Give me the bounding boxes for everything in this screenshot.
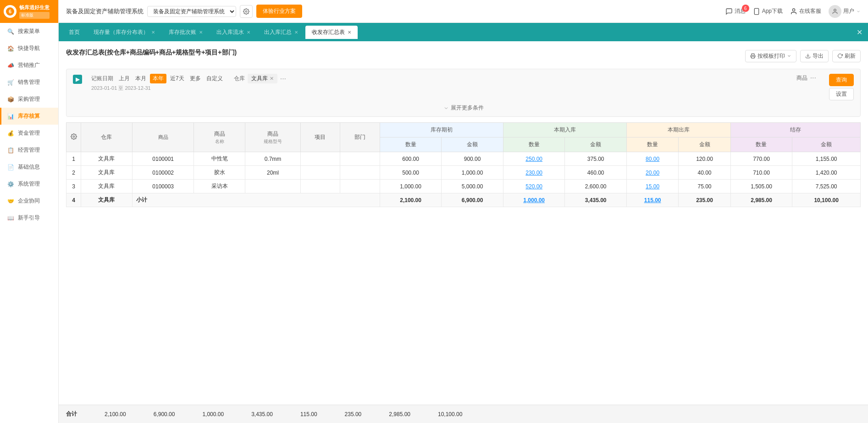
date-btn-last-month[interactable]: 上月 [117, 74, 132, 83]
home-icon: 🏠 [7, 45, 14, 52]
subtotal-out-qty[interactable]: 115.00 [626, 193, 678, 207]
online-service-button[interactable]: 在线客服 [790, 7, 821, 15]
sidebar-item-enterprise[interactable]: 🤝 企业协同 [0, 192, 58, 209]
tab-inventory-dist-close[interactable]: ✕ [151, 30, 155, 35]
tab-summary[interactable]: 出入库汇总 ✕ [258, 26, 304, 39]
sidebar-item-label: 销售管理 [18, 78, 40, 86]
sidebar-item-inventory[interactable]: 📊 库存核算 [0, 108, 58, 125]
message-button[interactable]: 消息 6 [725, 7, 746, 15]
tab-home[interactable]: 首页 [62, 26, 86, 39]
goods-more-button[interactable]: ··· [810, 74, 816, 82]
online-service-label: 在线客服 [799, 7, 821, 15]
warehouse-more-button[interactable]: ··· [280, 75, 286, 83]
tab-batch-close[interactable]: ✕ [199, 30, 203, 35]
col-out-header: 本期出库 [626, 123, 730, 137]
date-btn-more[interactable]: 更多 [188, 74, 203, 83]
date-btn-this-year[interactable]: 本年 [150, 74, 166, 83]
row-out-qty[interactable]: 80.00 [626, 152, 678, 166]
experience-button[interactable]: 体验行业方案 [256, 5, 302, 18]
svg-point-6 [834, 9, 836, 11]
tab-flow-close[interactable]: ✕ [247, 30, 250, 35]
row-balance-amt: 1,420.00 [792, 166, 861, 180]
sidebar-item-quick-nav[interactable]: 🏠 快捷导航 [0, 40, 58, 57]
filter-expand-arrow[interactable]: ▶ [73, 75, 82, 84]
export-button[interactable]: 导出 [800, 50, 829, 62]
row-out-amt: 40.00 [679, 166, 730, 180]
total-label: 合计 [66, 410, 77, 418]
row-opening-qty: 500.00 [380, 166, 442, 180]
row-project [300, 180, 340, 193]
print-label: 按模板打印 [757, 52, 785, 60]
user-label: 用户 [843, 7, 854, 15]
tab-inventory-dist[interactable]: 现存量（库存分布表） ✕ [87, 26, 161, 39]
data-table: 仓库 商品 商品名称 商品规格型号 项目 部门 库存期初 本期入库 本期出库 结… [66, 122, 861, 207]
row-out-qty[interactable]: 15.00 [626, 180, 678, 193]
sidebar-item-purchase[interactable]: 📦 采购管理 [0, 91, 58, 108]
table-row: 1 文具库 0100001 中性笔 0.7mm 600.00 900.00 25… [66, 152, 861, 166]
row-out-qty[interactable]: 20.00 [626, 166, 678, 180]
row-balance-qty: 770.00 [730, 152, 792, 166]
logo-icon: 6 [4, 5, 17, 18]
refresh-button[interactable]: 刷新 [832, 50, 861, 62]
guide-icon: 📖 [7, 214, 14, 222]
subtotal-no: 4 [66, 193, 81, 207]
tab-receive-send-close[interactable]: ✕ [348, 30, 351, 35]
tab-batch[interactable]: 库存批次账 ✕ [162, 26, 209, 39]
svg-point-9 [73, 136, 75, 137]
print-button[interactable]: 按模板打印 [745, 50, 796, 62]
subtotal-opening-amt: 6,900.00 [442, 193, 503, 207]
settings-gear-button[interactable] [240, 5, 253, 18]
enterprise-icon: 🤝 [7, 198, 14, 205]
row-spec [245, 180, 300, 193]
row-in-qty[interactable]: 230.00 [503, 166, 565, 180]
sidebar-item-marketing[interactable]: 📣 营销推广 [0, 57, 58, 74]
purchase-icon: 📦 [7, 96, 14, 103]
sidebar-item-system[interactable]: ⚙️ 系统管理 [0, 176, 58, 192]
row-in-qty[interactable]: 250.00 [503, 152, 565, 166]
row-in-qty[interactable]: 520.00 [503, 180, 565, 193]
col-in-qty: 数量 [503, 137, 565, 152]
tab-summary-label: 出入库汇总 [264, 28, 292, 36]
warehouse-tag-remove[interactable]: ✕ [270, 76, 274, 82]
tab-summary-close[interactable]: ✕ [294, 30, 298, 35]
row-no: 3 [66, 180, 81, 193]
sidebar-item-label: 快捷导航 [18, 44, 40, 52]
user-button[interactable]: 用户 [829, 5, 861, 18]
query-button[interactable]: 查询 [829, 74, 854, 86]
row-warehouse: 文具库 [81, 152, 133, 166]
sidebar-item-basic[interactable]: 📄 基础信息 [0, 159, 58, 176]
sidebar-item-operations[interactable]: 📋 经营管理 [0, 142, 58, 159]
row-opening-amt: 5,000.00 [442, 180, 503, 193]
warehouse-filter-label: 仓库 [234, 75, 245, 82]
app-download-button[interactable]: App下载 [753, 7, 783, 15]
svg-text:6: 6 [9, 9, 11, 14]
close-all-tabs-button[interactable]: ✕ [857, 28, 862, 37]
tab-flow[interactable]: 出入库流水 ✕ [210, 26, 257, 39]
sidebar-item-guide[interactable]: 📖 新手引导 [0, 209, 58, 226]
total-balance-amt: 10,100.00 [438, 411, 462, 418]
row-code: 0100003 [132, 180, 194, 193]
subtotal-in-qty[interactable]: 1,000.00 [503, 193, 565, 207]
date-btn-this-month[interactable]: 本月 [133, 74, 148, 83]
col-opening-amt: 金额 [442, 137, 503, 152]
table-settings-button[interactable]: 设置 [829, 88, 854, 100]
sales-icon: 🛒 [7, 79, 14, 86]
sidebar-item-label: 系统管理 [18, 180, 40, 188]
expand-more-conditions[interactable]: 展开更多条件 [73, 104, 854, 112]
sidebar-item-sales[interactable]: 🛒 销售管理 [0, 74, 58, 91]
total-balance-qty: 2,985.00 [389, 411, 410, 418]
export-label: 导出 [813, 52, 824, 60]
tab-receive-send[interactable]: 收发存汇总表 ✕ [305, 26, 358, 39]
sidebar-item-finance[interactable]: 💰 资金管理 [0, 125, 58, 142]
bottom-total-bar: 合计 2,100.00 6,900.00 1,000.00 3,435.00 1… [59, 405, 868, 423]
marketing-icon: 📣 [7, 62, 14, 69]
col-settings[interactable] [66, 123, 81, 152]
system-select[interactable]: 装备及固定资产辅助管理系统 [147, 6, 236, 17]
date-btn-custom[interactable]: 自定义 [205, 74, 225, 83]
sidebar-item-search[interactable]: 🔍 搜索菜单 [0, 23, 58, 40]
row-dept [340, 152, 380, 166]
row-dept [340, 180, 380, 193]
app-logo-text: 畅库逍好生意 [19, 4, 50, 11]
date-btn-7days[interactable]: 近7天 [168, 74, 186, 83]
col-project-header: 项目 [300, 123, 340, 152]
